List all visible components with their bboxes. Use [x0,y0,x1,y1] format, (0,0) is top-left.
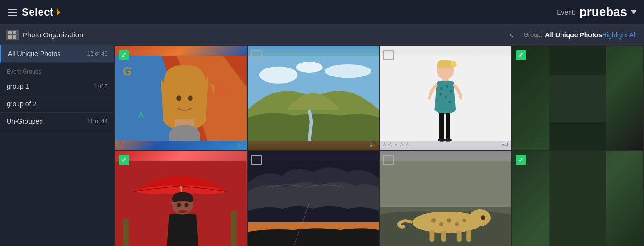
svg-point-24 [446,85,448,88]
svg-point-16 [259,67,297,84]
photo-4-checkbox[interactable] [516,50,526,60]
photo-cell-7[interactable]: ☆☆☆☆☆ 🏷 [380,151,511,246]
photo-7-checkbox[interactable] [383,155,394,165]
photo-1-checkbox[interactable] [119,50,129,60]
event-name: pruebas [579,5,627,19]
group-of-2-label: group of 2 [7,100,36,108]
photo-3-checkbox[interactable] [383,50,394,60]
event-groups-section-label: Event Groups [0,63,114,78]
secondary-header: Photo Organization « Group: All Unique P… [0,25,644,45]
svg-rect-29 [439,113,444,141]
group1-count: 1 of 2 [93,83,107,90]
photo-2-tag-icon: 🏷 [369,141,376,148]
svg-point-18 [296,62,322,73]
sidebar-item-group1[interactable]: group 1 1 of 2 [0,78,114,95]
svg-point-56 [481,215,485,220]
photo-cell-4[interactable]: ☆☆☆☆☆ [512,46,644,150]
photo-2-checkbox[interactable] [251,50,262,60]
svg-point-53 [469,209,491,226]
ungrouped-label: Un-Grouped [7,118,43,125]
logo-text: Select [22,6,54,18]
photo-cell-2[interactable]: ☆☆☆☆☆ 🏷 [248,46,379,150]
svg-point-28 [449,101,451,103]
svg-point-45 [179,210,186,213]
svg-rect-2 [8,35,12,39]
svg-point-21 [451,61,457,67]
logo-area: Select [22,6,60,18]
svg-point-59 [447,218,452,223]
svg-point-9 [176,95,181,101]
collapse-panel-button[interactable]: « [505,28,518,42]
svg-point-26 [439,93,442,95]
group-name-label: All Unique Photos [545,31,602,39]
svg-point-44 [184,203,188,207]
svg-text:G: G [123,65,132,77]
photo-1-tag-icon: 🏷 [237,141,244,148]
sidebar-item-ungrouped[interactable]: Un-Grouped 11 of 44 [0,113,114,130]
group1-label: group 1 [7,83,29,90]
svg-point-23 [440,87,443,90]
sidebar-item-group-of-2[interactable]: group of 2 [0,95,114,113]
svg-rect-0 [8,31,12,34]
svg-point-25 [450,90,452,93]
photo-grid: G R A ☆☆☆☆☆ 🏷 [114,45,644,246]
sidebar: All Unique Photos 12 of 46 Event Groups … [0,45,114,246]
svg-point-58 [439,222,443,226]
photo-6-checkbox[interactable] [251,155,262,165]
svg-point-60 [455,222,459,226]
svg-point-10 [188,95,193,101]
photo-cell-6[interactable]: ☆☆☆☆☆ 🏷 [248,151,379,246]
hamburger-menu[interactable] [8,9,17,16]
photo-8-checkbox[interactable] [516,155,526,165]
all-unique-photos-label: All Unique Photos [8,50,60,58]
photo-2-stars: ☆☆☆☆☆ [250,141,278,147]
event-area: Event: pruebas [557,5,636,19]
photo-3-stars: ☆☆☆☆☆ [382,141,410,147]
svg-rect-30 [446,113,450,141]
all-unique-photos-count: 12 of 46 [87,51,107,57]
photo-3-tag-icon: 🏷 [502,141,508,148]
event-label: Event: [557,8,576,16]
group-prefix-label: Group: [524,31,543,38]
photo-cell-1[interactable]: G R A ☆☆☆☆☆ 🏷 [115,46,247,150]
svg-rect-66 [549,151,606,246]
svg-point-43 [177,203,181,207]
svg-rect-34 [549,75,606,122]
svg-point-57 [431,218,436,223]
svg-rect-47 [231,211,237,246]
svg-rect-63 [441,231,446,242]
highlight-all-button[interactable]: Highlight All [602,31,636,39]
sidebar-item-all-unique-photos[interactable]: All Unique Photos 12 of 46 [0,45,114,63]
svg-rect-65 [466,230,471,242]
photo-4-stars: ☆☆☆☆☆ [515,141,542,147]
photo-5-checkbox[interactable] [119,155,129,165]
photo-1-stars: ☆☆☆☆☆ [118,141,145,147]
svg-point-27 [445,96,447,99]
svg-point-17 [324,64,371,78]
photo-cell-3[interactable]: ☆☆☆☆☆ 🏷 [380,46,511,150]
photo-cell-8[interactable] [512,151,644,246]
svg-rect-64 [457,231,462,242]
svg-rect-3 [13,35,16,39]
main-layout: All Unique Photos 12 of 46 Event Groups … [0,45,644,246]
logo-chevron-icon [57,9,60,16]
svg-point-32 [444,138,452,142]
svg-text:R: R [219,85,226,96]
svg-rect-62 [429,230,434,242]
ungrouped-count: 11 of 44 [87,118,107,125]
photo-cell-5[interactable]: ☆☆☆☆☆ 🏷 [115,151,247,246]
panel-icon[interactable] [6,30,19,40]
event-dropdown-arrow-icon[interactable] [631,10,636,14]
top-header: Select Event: pruebas [0,0,644,25]
svg-point-61 [462,219,466,222]
svg-rect-46 [123,219,128,246]
svg-rect-1 [13,31,16,34]
svg-text:A: A [138,110,144,119]
photo-org-label: Photo Organization [23,31,505,39]
